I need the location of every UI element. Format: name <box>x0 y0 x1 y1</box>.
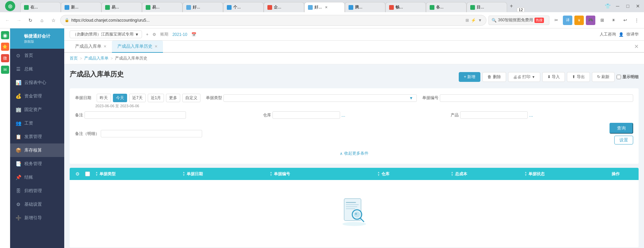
col-doc-no[interactable]: ▲▼ 单据编号 <box>267 171 375 177</box>
settings-button[interactable]: 设置 <box>614 136 633 144</box>
sidebar-item-payroll[interactable]: 👥 工资 <box>10 116 64 130</box>
select-all-checkbox[interactable] <box>85 172 90 176</box>
breadcrumb-home[interactable]: 首页 <box>70 55 78 61</box>
tab-t12[interactable]: 目... <box>467 2 507 12</box>
breadcrumb-doc-list[interactable]: 产成品入库单 <box>84 55 109 61</box>
table-settings-icon[interactable]: ⚙ <box>72 171 82 177</box>
note-input[interactable] <box>85 111 186 119</box>
show-detail-checkbox[interactable]: 显示明细 <box>617 72 639 82</box>
grid-view-icon[interactable]: ⊞ <box>597 16 607 25</box>
refresh-action-button[interactable]: ↻ 刷新 <box>592 72 615 82</box>
date-7days[interactable]: 近7天 <box>129 94 146 102</box>
sidebar-item-fund[interactable]: 💰 资金管理 <box>10 89 64 103</box>
lightning-icon[interactable]: ⚡ <box>471 18 476 23</box>
grid-icon[interactable]: ⊞ <box>466 18 469 23</box>
tab-close-t8[interactable]: ✕ <box>325 5 328 9</box>
sidebar-item-archive[interactable]: 🗄 归档管理 <box>10 184 64 198</box>
tab-t10[interactable]: 畅... <box>385 2 426 12</box>
home-button[interactable]: ⌂ <box>37 16 47 25</box>
search-bar-extension[interactable]: 🔍 360智能抠图免费用 热搜 <box>488 16 549 25</box>
sidebar-item-asset[interactable]: 🏢 固定资产 <box>10 103 64 116</box>
tab-doc-history[interactable]: 产成品入库单历史 ✕ <box>112 41 163 53</box>
more-icon[interactable]: ⋮ <box>632 16 641 25</box>
product-input[interactable] <box>460 111 528 119</box>
tab-t11[interactable]: 各... <box>426 2 467 12</box>
delete-button[interactable]: 🗑 删除 <box>482 72 506 82</box>
orange-app-icon[interactable]: ⭐ <box>1 43 9 51</box>
company-selector[interactable]: （勿删勿禁用）江西服宝测试专用 ▼ <box>70 30 142 38</box>
dropdown-icon[interactable]: ▼ <box>478 18 482 23</box>
tab-t6[interactable]: 个... <box>223 2 264 12</box>
sidebar-item-ledger[interactable]: ☰ 总账 <box>10 62 64 76</box>
weibo-icon[interactable]: 微 <box>1 54 9 62</box>
col-doc-status[interactable]: ▲▼ 单据状态 <box>522 171 609 177</box>
col-doc-date[interactable]: ▲▼ 单据日期 <box>180 171 267 177</box>
tab-t3[interactable]: 易... <box>101 2 142 12</box>
date-more[interactable]: 更多 <box>166 94 180 102</box>
date-1month[interactable]: 近1月 <box>148 94 164 102</box>
col-warehouse[interactable]: ▲▼ 仓库 <box>375 171 448 177</box>
scissors-icon[interactable]: ✂ <box>551 16 561 25</box>
yuan-icon[interactable]: ¥ <box>574 16 584 25</box>
add-company-button[interactable]: + <box>146 32 148 37</box>
tab-t2[interactable]: 新... <box>61 2 101 12</box>
warehouse-dots[interactable]: ... <box>341 112 345 118</box>
sidebar-item-home[interactable]: ⊙ 首页 <box>10 49 64 62</box>
sidebar-item-inventory[interactable]: 📦 库存核算 <box>10 143 64 157</box>
address-bar[interactable]: 🔒 https://cloud.chanjet.com/accounting/u… <box>60 15 486 26</box>
note-detail-input[interactable] <box>101 130 202 137</box>
show-detail-input[interactable] <box>617 75 621 79</box>
tab-t5[interactable]: 好... <box>183 2 223 12</box>
query-button[interactable]: 查询 <box>610 123 633 134</box>
bookmark-button[interactable]: ☆ <box>49 16 58 25</box>
print-button[interactable]: 🖨 🖨 打印 ▼ <box>508 72 540 82</box>
minimize-button[interactable]: ─ <box>613 1 622 11</box>
date-today[interactable]: 今天 <box>113 94 127 102</box>
period-value[interactable]: 2021-10 <box>172 32 187 37</box>
date-yesterday[interactable]: 昨天 <box>97 94 111 102</box>
tab-t4[interactable]: 易... <box>142 2 183 12</box>
product-dots[interactable]: ... <box>529 112 533 118</box>
consult-button[interactable]: 人工咨询 <box>600 31 616 37</box>
maximize-button[interactable]: □ <box>623 1 633 11</box>
game-icon[interactable]: 🎮 <box>586 16 595 25</box>
shirt-icon[interactable]: 👕 <box>603 1 612 11</box>
doc-no-input[interactable] <box>440 94 633 102</box>
sidebar-item-invoice[interactable]: 📋 发票管理 <box>10 130 64 143</box>
chanjet-icon[interactable]: ◉ <box>1 31 9 39</box>
sidebar-item-closing[interactable]: 📌 结账 <box>10 171 64 184</box>
col-total-cost[interactable]: ▲▼ 总成本 <box>448 171 522 177</box>
date-custom[interactable]: 自定义 <box>182 94 200 102</box>
collapse-filters-button[interactable]: ∧ 收起更多条件 <box>75 149 633 158</box>
sidebar-item-settings[interactable]: ⚙ 基础设置 <box>10 198 64 211</box>
add-tab-button[interactable]: + <box>507 2 516 10</box>
export-button[interactable]: ⬆ 导出 <box>567 72 590 82</box>
doc-list-tab-close[interactable]: ✕ <box>103 44 106 49</box>
close-window-button[interactable]: ✕ <box>633 1 643 11</box>
back-button[interactable]: ← <box>3 16 12 25</box>
sidebar-item-new-guide[interactable]: ➕ 新增引导 <box>10 211 64 225</box>
email-icon[interactable]: ✉ <box>1 66 9 74</box>
tab-t8[interactable]: 好... ✕ <box>304 2 345 12</box>
import-button[interactable]: ⬇ 导入 <box>542 72 565 82</box>
calendar-icon[interactable]: 📅 <box>191 32 196 37</box>
tab-t7[interactable]: 企... <box>264 2 304 12</box>
new-button[interactable]: + 新增 <box>459 72 480 82</box>
doc-history-tab-close[interactable]: ✕ <box>154 44 158 49</box>
col-doc-type[interactable]: ▲▼ 单据类型 <box>93 171 180 177</box>
tab-doc-list[interactable]: 产成品入库单 ✕ <box>70 41 112 53</box>
undo-icon[interactable]: ↩ <box>620 16 630 25</box>
forward-button[interactable]: → <box>14 16 24 25</box>
close-panel-icon[interactable]: ✕ <box>634 43 639 50</box>
tab-t9[interactable]: 腾... <box>345 2 385 12</box>
sidebar-item-tax[interactable]: 📑 税务管理 <box>10 157 64 171</box>
doc-type-dropdown[interactable]: ▼ <box>223 94 417 102</box>
warehouse-input[interactable] <box>272 111 340 119</box>
table-select-all[interactable] <box>82 172 93 176</box>
refresh-button[interactable]: ↻ <box>26 16 35 25</box>
tab-t1[interactable]: 在... <box>20 2 61 12</box>
company-settings-icon[interactable]: ⚙ <box>152 32 156 37</box>
sun-icon[interactable]: ☀ <box>609 16 618 25</box>
translate-icon[interactable]: 译 <box>563 16 572 25</box>
sidebar-item-report[interactable]: 📊 云报表中心 <box>10 76 64 89</box>
